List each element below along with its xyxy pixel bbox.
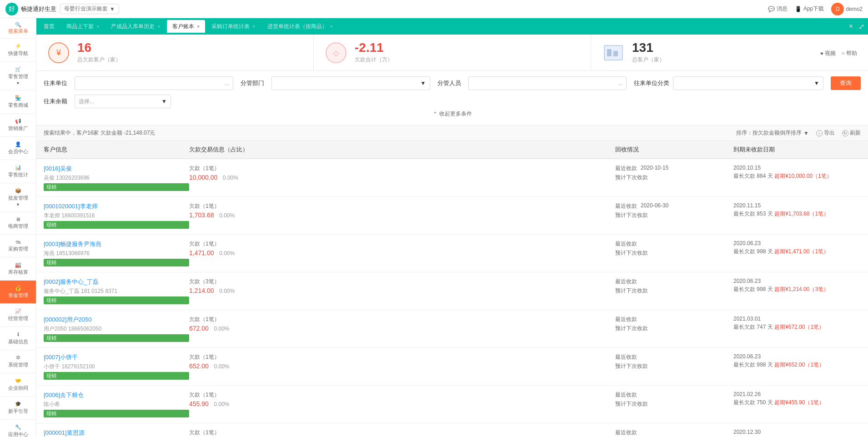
header-customer-info: 客户信息	[44, 146, 189, 154]
overdue-amount-link[interactable]: 超期¥1,214.00（3笔）	[774, 286, 829, 292]
recovery-label: 最近收款	[615, 165, 637, 172]
tab-purchase-stats[interactable]: 进货单统计表（按商品） ×	[262, 20, 338, 33]
overdue-info-cell: 2020.06.23 最长欠款 998 天 超期¥1,471.00（1笔）	[733, 240, 861, 256]
tab-purchase-order[interactable]: 采购订单统计表 ×	[206, 20, 261, 33]
overdue-date: 2020.11.15	[733, 202, 861, 209]
recovery-next: 预计下次收款	[615, 400, 648, 408]
tab-purchase-order-label: 采购订单统计表	[211, 23, 250, 30]
sidebar-item-system[interactable]: ⚙ 系统管理	[0, 350, 36, 373]
sidebar-item-member[interactable]: 👤 会员中心	[0, 137, 36, 160]
overdue-amount-link[interactable]: 超期¥1,471.00（1笔）	[774, 248, 829, 255]
customer-contact: 吴俊 13026203696	[44, 174, 189, 182]
recovery-next: 预计下次收款	[615, 211, 648, 219]
customer-name[interactable]: [0016]吴俊	[44, 165, 189, 173]
sidebar-item-inventory[interactable]: 🏭 库存核算	[0, 257, 36, 281]
message-label: 消息	[777, 5, 788, 13]
debt-info-cell: 欠款（1笔） 1,703.68 0.00%	[189, 202, 615, 219]
app-download-label: App下载	[803, 5, 824, 13]
help-action[interactable]: ○ 帮助	[841, 50, 857, 57]
sidebar-item-finance[interactable]: 💰 资金管理	[0, 281, 36, 304]
debt-label: 欠款（1笔）	[189, 202, 615, 210]
tab-product-offline-close[interactable]: ×	[96, 24, 99, 29]
tab-home[interactable]: 首页	[38, 20, 60, 33]
total-customers-number: 131	[632, 41, 665, 54]
collapse-filter[interactable]: ⌃ 收起更多条件	[44, 108, 861, 120]
dept-select[interactable]: ▼	[271, 76, 430, 90]
sidebar-item-batch-mgmt[interactable]: 📦 批发管理 ▼	[0, 183, 36, 212]
member-icon: 👤	[15, 141, 21, 147]
overdue-amount-link[interactable]: 超期¥652.00（1笔）	[774, 362, 824, 368]
refresh-button[interactable]: ↻ 刷新	[842, 129, 861, 137]
sidebar-item-enterprise[interactable]: 🤝 企业协同	[0, 373, 36, 397]
tab-product-history-close[interactable]: ×	[157, 24, 160, 29]
user-area[interactable]: D demo2	[831, 3, 863, 15]
sort-selector[interactable]: 排序：按欠款金额倒序排序 ▼	[736, 129, 809, 137]
tab-customer-account[interactable]: 客户账本 ×	[167, 20, 205, 33]
message-action[interactable]: 💬 消息	[768, 5, 788, 13]
balance-select[interactable]: 选择... ▼	[75, 95, 171, 108]
overdue-amount-link[interactable]: 超期¥672.00（1笔）	[774, 324, 824, 330]
customer-name[interactable]: [0007]小饼干	[44, 353, 189, 362]
sidebar-item-basic[interactable]: ℹ 基础信息	[0, 327, 36, 350]
industry-selector[interactable]: 母婴行业演示账套 ▼	[60, 4, 119, 14]
recovery-row-date: 最近收款	[615, 240, 733, 248]
customer-info-cell: [0016]吴俊 吴俊 13026203696 现销	[44, 165, 189, 191]
sidebar-item-retail-mall[interactable]: 🏪 零售商城	[0, 90, 36, 114]
overdue-info-cell: 2020.06.23 最长欠款 998 天 超期¥1,214.00（3笔）	[733, 278, 861, 293]
tab-customer-account-close[interactable]: ×	[197, 24, 200, 29]
app-download-action[interactable]: 📱 App下载	[795, 5, 824, 13]
tab-product-offline[interactable]: 商品上下架 ×	[61, 20, 105, 33]
sidebar-item-search[interactable]: 🔍 搜索菜单	[0, 18, 36, 39]
debt-label: 欠款（3笔）	[189, 278, 615, 286]
unit-class-arrow: ▼	[814, 80, 819, 86]
sidebar-newbie-label: 新手引导	[8, 408, 28, 415]
customer-unit-dots: ...	[225, 80, 229, 86]
recovery-label: 最近收款	[615, 429, 637, 437]
overdue-days: 最长欠款 747 天 超期¥672.00（1笔）	[733, 323, 861, 331]
recovery-label: 最近收款	[615, 391, 637, 399]
stat-overdue-amount-icon: ◇	[325, 41, 347, 64]
person-input[interactable]: ...	[468, 76, 627, 90]
tab-purchase-stats-close[interactable]: ×	[330, 24, 333, 29]
sidebar-item-newbie[interactable]: 🎓 新手引导	[0, 397, 36, 420]
sidebar-item-app-center[interactable]: 🔧 应用中心	[0, 420, 36, 437]
unit-class-select[interactable]: ▼	[673, 76, 823, 90]
sidebar-item-quick-nav[interactable]: ⚡ 快捷导航	[0, 39, 36, 62]
debt-label: 欠款（1笔）	[189, 165, 615, 172]
tab-product-history[interactable]: 产成品入库单历史 ×	[105, 20, 166, 33]
customer-name[interactable]: [0001020001]李老师	[44, 202, 189, 211]
debt-percent: 0.00%	[219, 288, 235, 294]
customer-name[interactable]: [0002]服务中心_丁磊	[44, 278, 189, 286]
quick-nav-icon: ⚡	[15, 43, 21, 49]
customer-name[interactable]: [0006]去下粮仓	[44, 391, 189, 399]
customer-name[interactable]: [000001]黄思源	[44, 429, 189, 437]
overdue-info-cell: 2020.10.15 最长欠款 884 天 超期¥10,000.00（1笔）	[733, 165, 861, 180]
stat-overdue-customers-info: 16 总欠款客户（家）	[77, 41, 121, 64]
tab-purchase-order-close[interactable]: ×	[252, 24, 255, 29]
sidebar-item-retail-stats[interactable]: 📊 零售统计	[0, 160, 36, 183]
sidebar-item-ecommerce[interactable]: 🖥 电商管理	[0, 212, 36, 235]
query-button[interactable]: 查询	[831, 76, 861, 90]
export-button[interactable]: ○ 导出	[816, 129, 835, 137]
video-action[interactable]: ● 视频	[820, 50, 836, 57]
batch-mgmt-arrow: ▼	[16, 202, 20, 207]
sidebar-item-purchase[interactable]: 🛍 采购管理	[0, 235, 36, 257]
sidebar-item-retail-mgmt[interactable]: 🛒 零售管理 ▼	[0, 62, 36, 90]
overdue-amount-link[interactable]: 超期¥455.90（1笔）	[774, 399, 824, 406]
overdue-amount-link[interactable]: 超期¥10,000.00（1笔）	[774, 173, 832, 179]
top-bar-right: 💬 消息 📱 App下载 D demo2	[768, 3, 863, 15]
sidebar-member-label: 会员中心	[8, 148, 28, 155]
overdue-date: 2020.06.23	[733, 278, 861, 284]
filter-area: 往来单位 ... 分管部门 ▼ 分管人员	[36, 71, 868, 126]
expand-btn[interactable]: ⤢	[857, 21, 866, 32]
retail-mall-icon: 🏪	[15, 95, 21, 101]
customer-name[interactable]: [0003]畅捷服务尹海燕	[44, 240, 189, 248]
username: demo2	[846, 6, 863, 12]
sidebar-item-operations[interactable]: 📈 经营管理	[0, 304, 36, 327]
customer-name[interactable]: [000002]用户2050	[44, 316, 189, 324]
sidebar-item-marketing[interactable]: 📢 营销推广	[0, 114, 36, 137]
result-summary: 搜索结果中，客户16家 欠款金额 -21,148.07元	[44, 129, 155, 137]
customer-unit-input[interactable]: ...	[75, 76, 233, 90]
overdue-amount-link[interactable]: 超期¥1,703.68（1笔）	[774, 211, 829, 217]
close-all-tabs-btn[interactable]: ×	[847, 21, 855, 31]
